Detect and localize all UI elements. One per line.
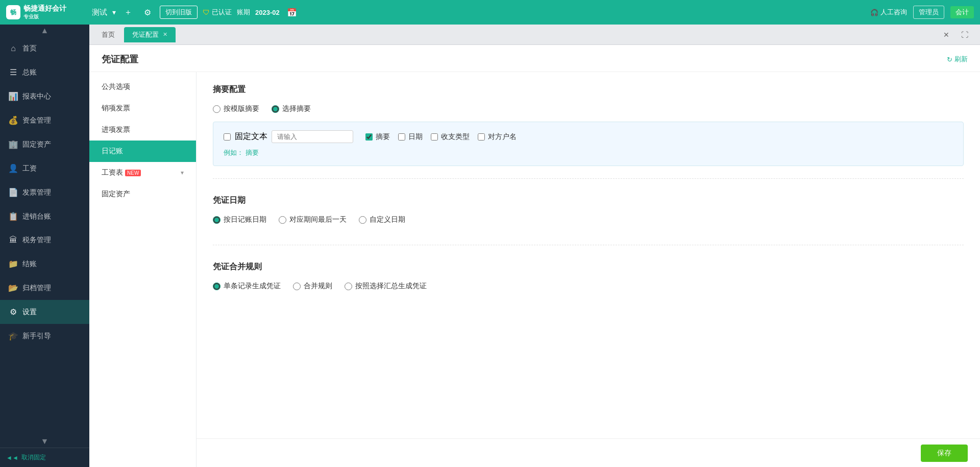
sidebar-scroll-up[interactable]: ▲ <box>0 25 89 37</box>
summary-checkbox[interactable] <box>365 133 373 141</box>
fixed-text-checkbox[interactable] <box>224 133 231 141</box>
merge-rule-radio[interactable] <box>293 283 301 290</box>
left-nav-fixed-assets[interactable]: 固定资产 <box>89 183 196 205</box>
checkbox-income-type[interactable]: 收支类型 <box>431 132 470 142</box>
page-title: 凭证配置 <box>102 53 138 65</box>
counterpart-checkbox-label: 对方户名 <box>488 132 517 142</box>
left-nav-payroll[interactable]: 工资表 NEW ▾ <box>89 162 196 183</box>
summary-select-label: 选择摘要 <box>282 104 311 113</box>
sidebar-item-archive[interactable]: 📂 归档管理 <box>0 276 89 300</box>
main-layout: ▲ ⌂ 首页 ☰ 总账 📊 报表中心 💰 资金管理 🏢 固定资产 <box>0 25 980 467</box>
tab-home[interactable]: 首页 <box>93 27 123 42</box>
salary-icon: 👤 <box>8 164 18 173</box>
settings-btn[interactable]: ⚙ <box>140 5 155 19</box>
date-lastday-radio[interactable] <box>279 216 286 224</box>
sidebar-item-salary-label: 工资 <box>22 164 37 173</box>
date-checkbox[interactable] <box>398 133 405 141</box>
date-config-section: 凭证日期 按日记账日期 对应期间最后一天 <box>213 195 964 245</box>
archive-icon: 📂 <box>8 283 18 293</box>
sidebar: ▲ ⌂ 首页 ☰ 总账 📊 报表中心 💰 资金管理 🏢 固定资产 <box>0 25 89 467</box>
sidebar-item-fund[interactable]: 💰 资金管理 <box>0 108 89 132</box>
fixed-text-input[interactable] <box>272 130 353 143</box>
sidebar-item-home[interactable]: ⌂ 首页 <box>0 37 89 60</box>
cancel-fixed-btn[interactable]: ◄◄ 取消固定 <box>0 448 89 467</box>
admin-btn[interactable]: 管理员 <box>913 6 944 19</box>
left-nav-fixed-assets-label: 固定资产 <box>102 190 130 198</box>
checkbox-counterpart[interactable]: 对方户名 <box>478 132 517 142</box>
summary-options-box: 固定文本 摘要 日期 <box>213 122 964 166</box>
tab-close-btn[interactable]: ✕ <box>163 31 167 38</box>
left-nav-sales-invoice[interactable]: 销项发票 <box>89 98 196 119</box>
topbar: 畅 畅捷通好会计 专业版 测试 ▾ ＋ ⚙ 切到旧版 🛡 已认证 账期 2023… <box>0 0 980 25</box>
sidebar-item-reports-label: 报表中心 <box>22 92 51 101</box>
accountant-btn[interactable]: 会计 <box>950 6 974 18</box>
date-custom-radio[interactable] <box>359 216 366 224</box>
income-type-checkbox[interactable] <box>431 133 438 141</box>
merge-single-radio[interactable] <box>213 283 220 290</box>
tab-bar: 首页 凭证配置 ✕ ✕ ⛶ <box>89 25 980 45</box>
close-window-btn[interactable]: ✕ <box>939 28 953 42</box>
summary-config-section: 摘要配置 按模版摘要 选择摘要 <box>213 84 964 179</box>
sidebar-item-sales-label: 进销台账 <box>22 212 51 221</box>
summary-checkbox-label: 摘要 <box>376 132 390 142</box>
summary-template-option[interactable]: 按模版摘要 <box>213 104 259 113</box>
ledger-icon: ☰ <box>8 67 18 77</box>
left-nav-purchase-invoice[interactable]: 进项发票 <box>89 119 196 141</box>
date-custom-option[interactable]: 自定义日期 <box>359 215 405 224</box>
merge-radio-group: 单条记录生成凭证 合并规则 按照选择汇总生成凭证 <box>213 282 964 291</box>
date-journal-option[interactable]: 按日记账日期 <box>213 215 266 224</box>
topbar-center: 测试 ▾ ＋ ⚙ 切到旧版 🛡 已认证 账期 2023-02 📅 <box>92 5 866 19</box>
merge-rule-option[interactable]: 合并规则 <box>293 282 332 291</box>
summary-template-radio[interactable] <box>213 105 220 113</box>
refresh-btn[interactable]: ↻ 刷新 <box>947 55 968 64</box>
sidebar-item-ledger[interactable]: ☰ 总账 <box>0 60 89 84</box>
left-nav-public[interactable]: 公共选项 <box>89 76 196 98</box>
sidebar-item-settings-label: 设置 <box>22 308 37 317</box>
sidebar-item-ledger-label: 总账 <box>22 68 37 77</box>
checkbox-date[interactable]: 日期 <box>398 132 423 142</box>
old-version-btn[interactable]: 切到旧版 <box>160 6 198 19</box>
summary-select-option[interactable]: 选择摘要 <box>272 104 311 113</box>
calendar-btn[interactable]: 📅 <box>285 5 299 19</box>
sidebar-item-guide[interactable]: 🎓 新手引导 <box>0 324 89 348</box>
sidebar-item-home-label: 首页 <box>22 44 37 53</box>
inner-layout: 公共选项 销项发票 进项发票 日记账 工资表 NEW <box>89 72 980 467</box>
left-nav-journal[interactable]: 日记账 <box>89 141 196 162</box>
guide-icon: 🎓 <box>8 331 18 341</box>
date-custom-label: 自定义日期 <box>370 215 405 224</box>
sidebar-item-reports[interactable]: 📊 报表中心 <box>0 84 89 108</box>
sidebar-item-settings[interactable]: ⚙ 设置 <box>0 300 89 324</box>
add-btn[interactable]: ＋ <box>121 5 135 19</box>
sidebar-item-assets[interactable]: 🏢 固定资产 <box>0 132 89 156</box>
sidebar-item-invoice[interactable]: 📄 发票管理 <box>0 180 89 204</box>
maximize-btn[interactable]: ⛶ <box>958 28 972 42</box>
sidebar-item-close[interactable]: 📁 结账 <box>0 252 89 276</box>
sidebar-scroll-down[interactable]: ▼ <box>0 435 89 448</box>
merge-single-option[interactable]: 单条记录生成凭证 <box>213 282 281 291</box>
save-btn[interactable]: 保存 <box>921 445 968 462</box>
counterpart-checkbox[interactable] <box>478 133 485 141</box>
sidebar-item-salary[interactable]: 👤 工资 <box>0 156 89 180</box>
company-dropdown-btn[interactable]: ▾ <box>112 8 116 16</box>
date-journal-radio[interactable] <box>213 216 220 224</box>
consult-btn[interactable]: 🎧 人工咨询 <box>870 8 907 17</box>
fixed-text-label: 固定文本 <box>235 131 267 142</box>
example-prefix: 例如： <box>224 149 243 156</box>
merge-summary-option[interactable]: 按照选择汇总生成凭证 <box>345 282 427 291</box>
merge-summary-radio[interactable] <box>345 283 352 290</box>
home-icon: ⌂ <box>8 44 18 53</box>
period-label: 账期 <box>237 8 250 17</box>
sidebar-item-sales[interactable]: 📋 进销台账 <box>0 204 89 228</box>
tab-voucher-config[interactable]: 凭证配置 ✕ <box>124 27 176 42</box>
fixed-text-group: 固定文本 <box>224 130 353 143</box>
date-lastday-option[interactable]: 对应期间最后一天 <box>279 215 347 224</box>
income-type-checkbox-label: 收支类型 <box>441 132 470 142</box>
assets-icon: 🏢 <box>8 139 18 149</box>
sidebar-item-tax[interactable]: 🏛 税务管理 <box>0 228 89 252</box>
checkbox-summary[interactable]: 摘要 <box>365 132 390 142</box>
summary-select-radio[interactable] <box>272 105 279 113</box>
new-badge: NEW <box>125 170 141 176</box>
tab-home-label: 首页 <box>102 30 115 39</box>
consult-label: 人工咨询 <box>880 8 907 17</box>
date-lastday-label: 对应期间最后一天 <box>289 215 347 224</box>
